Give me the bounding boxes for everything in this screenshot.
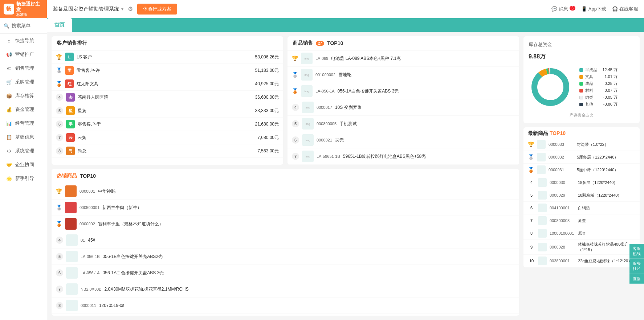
- legend-value-other: -3.86 万: [599, 102, 617, 107]
- sidebar-nav: ⌂ 快捷导航 📢 营销推广 🏷 销售管理 🛒 采购管理 📦 库存核算 💰 资金管…: [0, 34, 47, 320]
- hot-product-row-3: 🥉 0000002 智利车子里（规格不知道填什么）: [52, 216, 519, 232]
- logo-icon: 畅: [4, 4, 14, 15]
- rank-num-4: 4: [56, 94, 63, 101]
- message-button[interactable]: 💬 消息 6: [551, 6, 575, 12]
- sidebar-item-operations[interactable]: 📊 经营管理: [0, 116, 47, 130]
- sidebar-item-cooperation[interactable]: 🤝 企业协同: [0, 158, 47, 172]
- customer-name-3: 红太阳文具: [77, 81, 252, 87]
- hot-product-code-7: NB2.0X30B: [81, 287, 101, 291]
- customer-avatar-7: 云: [66, 133, 75, 142]
- trial-button[interactable]: 体验行业方案: [137, 4, 177, 15]
- trophy-np-3: 🥉: [528, 167, 534, 173]
- app-download-button[interactable]: 📱 App下载: [581, 6, 606, 12]
- hot-products-header: 热销商品 TOP10: [52, 169, 519, 183]
- sidebar-item-system[interactable]: ⚙ 系统管理: [0, 144, 47, 158]
- legend-value-stationery: 1.01 万: [599, 74, 617, 79]
- sidebar-item-sales[interactable]: 🏷 销售管理: [0, 61, 47, 75]
- product-img-4: img: [302, 102, 314, 113]
- hot-product-row-2: 🥈 000500001 新西兰牛肉（新牛）: [52, 200, 519, 216]
- new-products-title-prefix: 最新商品: [528, 130, 550, 136]
- rank-num-icon-3: 🥉: [56, 81, 62, 87]
- cooperation-icon: 🤝: [6, 161, 12, 168]
- customer-avatar-5: 星: [66, 106, 75, 115]
- product-img-5: img: [302, 118, 314, 130]
- new-products-card: 最新商品 TOP10 🏆 0000033 封边带（1.0*22） 🥈 00000…: [523, 127, 640, 267]
- customer-rank-title: 客户销售排行: [57, 40, 87, 46]
- product-name-2: 雪地靴: [338, 72, 351, 78]
- middle-column: 客户销售排行 🏆 L LS 客户 53,006.26元 🥈 零 零售客户-许: [52, 36, 519, 316]
- np-code-6: 004100001: [550, 206, 575, 210]
- gear-icon[interactable]: ⚙: [128, 5, 133, 12]
- hot-products-subtitle: TOP10: [80, 173, 96, 179]
- sidebar-search-area: 🔍 搜索菜单: [0, 18, 47, 34]
- search-menu-button[interactable]: 🔍 搜索菜单: [4, 21, 43, 30]
- trophy-np-2: 🥈: [528, 154, 534, 160]
- customer-rank-list: 🏆 L LS 客户 53,006.26元 🥈 零 零售客户-许 51,183.0…: [52, 50, 283, 158]
- product-img-3: img: [301, 85, 313, 97]
- sidebar-item-purchase[interactable]: 🛒 采购管理: [0, 75, 47, 89]
- legend-value-semifinished: 12.45 万: [599, 67, 617, 73]
- legend-item-semifinished: 半成品 12.45 万: [579, 67, 617, 73]
- np-rank-6: 6: [528, 206, 535, 210]
- online-service-button[interactable]: 🎧 在线客服: [612, 6, 638, 12]
- app-download-label: App下载: [588, 6, 606, 12]
- tab-home[interactable]: 首页: [47, 18, 72, 32]
- nav-tabs: 首页: [47, 18, 644, 32]
- legend-value-finished: 0.25 万: [599, 81, 617, 86]
- sidebar-item-guide[interactable]: 🌟 新手引导: [0, 172, 47, 185]
- rank-row-5: 5 星 星扬 33,333.00元: [52, 104, 283, 118]
- hot-product-img-8: [66, 300, 78, 311]
- guide-icon: 🌟: [6, 175, 12, 182]
- rank-num-pr-7: 7: [292, 153, 299, 160]
- topbar: 装备及固定资产辅助管理系统 ▾ ⚙ 体验行业方案 💬 消息 6 📱 App下载 …: [47, 0, 644, 18]
- legend-dot-material: [579, 89, 583, 93]
- system-selector[interactable]: 装备及固定资产辅助管理系统 ▾: [53, 6, 123, 12]
- app-logo: 畅 畅捷通好生意 标准版: [0, 0, 47, 18]
- legend-dot-other: [579, 103, 583, 106]
- product-img-2: img: [301, 69, 313, 81]
- float-customer-service[interactable]: 客服热线: [629, 244, 644, 259]
- new-product-row-7: 7 000800008 原查: [523, 214, 640, 227]
- product-name-3: 056-1A白色按键开关盖ABS 3壳: [338, 88, 399, 94]
- np-img-3: [537, 165, 546, 174]
- float-live[interactable]: 直播: [629, 274, 644, 284]
- customer-amount-4: 36,600.00元: [255, 94, 279, 100]
- sidebar-item-marketing[interactable]: 📢 营销推广: [0, 48, 47, 61]
- np-rank-8: 8: [528, 231, 535, 235]
- rank-num-hp-6: 6: [56, 269, 63, 276]
- customer-name-1: LS 客户: [77, 54, 252, 60]
- product-code-7: LA-59651-1B: [317, 154, 340, 159]
- float-service-community[interactable]: 服务社区: [629, 259, 644, 274]
- sidebar-item-inventory[interactable]: 📦 库存核算: [0, 89, 47, 103]
- hot-product-row-4: 4 01 45#: [52, 232, 519, 249]
- operations-icon: 📊: [6, 120, 12, 127]
- product-row-1: 🏆 img LA-089 电池盖 LA-089 ABS本色+黑种 7.1克: [288, 50, 519, 67]
- hot-product-row-8: 8 0000011 12070519-xs: [52, 298, 519, 314]
- sales-icon: 🏷: [6, 65, 12, 71]
- np-name-3: 5厘中纤（1220*2440）: [577, 167, 635, 173]
- hot-product-code-8: 0000011: [81, 303, 96, 308]
- hot-product-row-5: 5 LA-056-1B 056-1B白色按键开关壳ABS2壳: [52, 249, 519, 265]
- np-rank-10: 10: [528, 259, 535, 263]
- sidebar-item-finance[interactable]: 💰 资金管理: [0, 103, 47, 116]
- product-row-5: 5 img 000800005 手机测试: [288, 116, 519, 132]
- customer-amount-2: 51,183.00元: [255, 67, 279, 74]
- customer-amount-3: 40,925.00元: [255, 81, 279, 87]
- sidebar-item-label: 基础信息: [15, 134, 34, 140]
- sidebar-item-label: 企业协同: [15, 161, 34, 168]
- rank-num-hp-4: 4: [56, 237, 63, 244]
- message-badge: 6: [570, 6, 575, 11]
- customer-amount-7: 7,680.00元: [257, 135, 279, 141]
- search-icon: 🔍: [4, 23, 9, 29]
- np-rank-9: 9: [528, 245, 535, 249]
- sidebar-item-basic-info[interactable]: 📋 基础信息: [0, 130, 47, 144]
- np-name-1: 封边带（1.0*22）: [577, 142, 635, 147]
- hot-product-code-2: 000500001: [80, 205, 99, 210]
- np-name-10: 22g鱼豆腐-烧烤味（1*12*20）: [578, 258, 635, 264]
- rank-row-8: 8 尚 尚总 7,563.00元: [52, 144, 283, 158]
- sidebar-item-quick-nav[interactable]: ⌂ 快捷导航: [0, 34, 47, 48]
- ranking-row: 客户销售排行 🏆 L LS 客户 53,006.26元 🥈 零 零售客户-许: [52, 36, 519, 165]
- trophy-np-1: 🏆: [528, 141, 534, 147]
- customer-name-6: 零售客户-于: [78, 121, 252, 127]
- np-img-2: [537, 153, 546, 161]
